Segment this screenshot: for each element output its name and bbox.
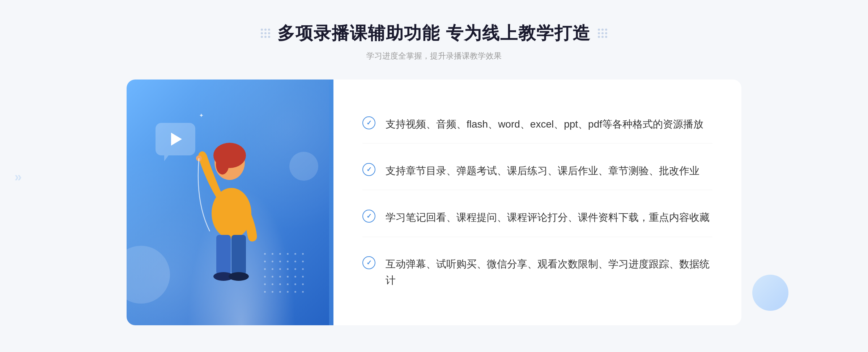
svg-rect-5 bbox=[231, 235, 246, 275]
svg-rect-4 bbox=[216, 235, 231, 275]
check-circle-3: ✓ bbox=[362, 210, 375, 223]
connector-stripe bbox=[329, 80, 333, 325]
page-wrapper: » 多项录播课辅助功能 专为线上教学打造 学习进度全掌握，提升录播课教学效果 bbox=[0, 0, 868, 352]
check-mark-4: ✓ bbox=[366, 259, 372, 266]
feature-item-4: ✓ 互动弹幕、试听购买、微信分享、观看次数限制、学习进度跟踪、数据统计 bbox=[362, 245, 712, 300]
person-illustration bbox=[127, 80, 329, 325]
header-section: 多项录播课辅助功能 专为线上教学打造 学习进度全掌握，提升录播课教学效果 bbox=[261, 22, 607, 61]
left-title-deco bbox=[261, 29, 270, 38]
check-circle-4: ✓ bbox=[362, 256, 375, 269]
check-circle-1: ✓ bbox=[362, 116, 375, 129]
bottom-right-circle-deco bbox=[752, 275, 788, 311]
main-title: 多项录播课辅助功能 专为线上教学打造 bbox=[277, 22, 590, 45]
check-mark-3: ✓ bbox=[366, 213, 372, 219]
content-area: ✦ ✦ bbox=[127, 80, 741, 325]
features-panel: ✓ 支持视频、音频、flash、word、excel、ppt、pdf等各种格式的… bbox=[333, 80, 741, 325]
illustration-card: ✦ ✦ bbox=[127, 80, 329, 325]
feature-text-3: 学习笔记回看、课程提问、课程评论打分、课件资料下载，重点内容收藏 bbox=[386, 210, 710, 226]
feature-item-1: ✓ 支持视频、音频、flash、word、excel、ppt、pdf等各种格式的… bbox=[362, 106, 712, 144]
feature-text-4: 互动弹幕、试听购买、微信分享、观看次数限制、学习进度跟踪、数据统计 bbox=[386, 256, 712, 289]
title-row: 多项录播课辅助功能 专为线上教学打造 bbox=[261, 22, 607, 45]
right-title-deco bbox=[598, 29, 607, 38]
feature-item-2: ✓ 支持章节目录、弹题考试、课后练习、课后作业、章节测验、批改作业 bbox=[362, 152, 712, 190]
sub-title: 学习进度全掌握，提升录播课教学效果 bbox=[261, 51, 607, 61]
feature-item-3: ✓ 学习笔记回看、课程提问、课程评论打分、课件资料下载，重点内容收藏 bbox=[362, 199, 712, 237]
check-mark-2: ✓ bbox=[366, 166, 372, 173]
svg-point-7 bbox=[229, 272, 249, 281]
check-circle-2: ✓ bbox=[362, 163, 375, 176]
svg-point-3 bbox=[216, 154, 229, 175]
feature-text-2: 支持章节目录、弹题考试、课后练习、课后作业、章节测验、批改作业 bbox=[386, 163, 699, 179]
check-mark-1: ✓ bbox=[366, 120, 372, 126]
left-arrow-deco: » bbox=[14, 169, 22, 185]
feature-text-1: 支持视频、音频、flash、word、excel、ppt、pdf等各种格式的资源… bbox=[386, 116, 703, 133]
